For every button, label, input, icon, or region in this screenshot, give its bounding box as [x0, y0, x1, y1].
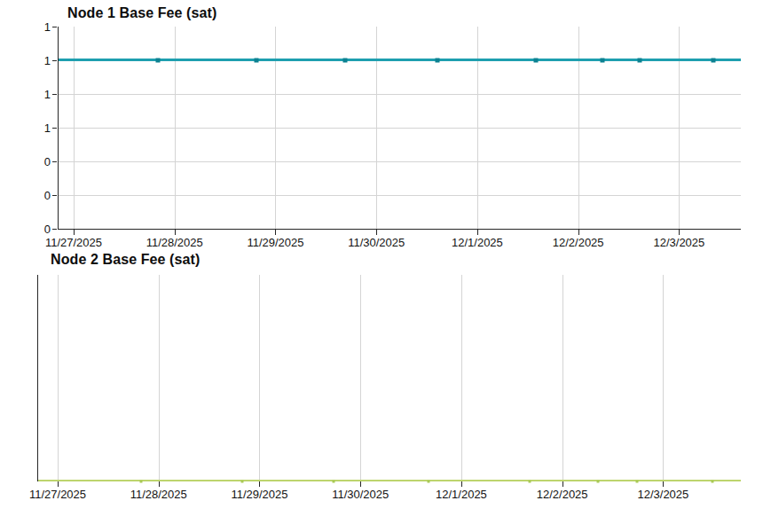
data-point-marker: [712, 480, 714, 482]
y-tick-label: 0: [44, 223, 51, 235]
y-tick-label: 0: [44, 190, 51, 201]
data-point-marker: [427, 480, 429, 482]
x-gridline: [562, 275, 563, 481]
plot-area-node-2: 11/27/202511/28/202511/29/202511/30/2025…: [37, 275, 741, 481]
x-tick-label: 12/1/2025: [452, 236, 503, 249]
x-axis-tick: [159, 481, 160, 487]
data-point-marker: [600, 58, 604, 62]
y-gridline: [59, 94, 741, 95]
x-axis-tick: [275, 230, 276, 235]
y-gridline: [59, 195, 741, 196]
x-gridline: [360, 275, 361, 481]
y-gridline: [59, 128, 741, 129]
x-axis-tick: [376, 230, 377, 235]
y-tick-label: 0: [44, 155, 51, 167]
data-point-marker: [156, 58, 161, 62]
x-gridline: [159, 275, 160, 481]
x-axis-tick: [679, 230, 680, 235]
x-tick-label: 12/2/2025: [553, 236, 604, 249]
data-point-marker: [342, 58, 347, 62]
data-point-marker: [638, 58, 642, 62]
y-tick-label: 1: [44, 122, 51, 134]
x-tick-label: 12/1/2025: [436, 488, 487, 501]
x-gridline: [259, 275, 260, 481]
x-gridline: [461, 275, 462, 481]
data-point-marker: [240, 480, 243, 482]
chart-title-node-1: Node 1 Base Fee (sat): [67, 5, 216, 21]
x-tick-label: 12/3/2025: [637, 488, 688, 501]
x-tick-label: 11/27/2025: [29, 488, 86, 501]
y-tick-label: 1: [44, 54, 51, 66]
data-point-marker: [712, 58, 716, 62]
y-tick-label: 1: [44, 21, 51, 33]
y-gridline: [59, 161, 741, 162]
x-tick-label: 11/27/2025: [45, 236, 102, 249]
x-axis-tick: [578, 230, 579, 235]
plot-area-node-1: 11/27/202511/28/202511/29/202511/30/2025…: [58, 27, 741, 230]
x-tick-label: 11/30/2025: [348, 236, 405, 249]
data-point-marker: [435, 58, 439, 62]
x-tick-label: 12/3/2025: [653, 236, 704, 249]
x-axis-tick: [259, 481, 260, 487]
x-axis-tick: [360, 481, 361, 487]
x-tick-label: 11/28/2025: [130, 488, 187, 501]
data-point-marker: [597, 480, 600, 482]
x-axis-tick: [175, 230, 176, 235]
charts-canvas: Node 1 Base Fee (sat) 11/27/202511/28/20…: [0, 0, 763, 532]
y-axis-tick: [52, 128, 57, 129]
y-axis-tick: [52, 229, 57, 230]
x-gridline: [663, 275, 664, 481]
data-point-marker: [332, 480, 334, 482]
x-axis-tick: [74, 230, 75, 235]
x-axis-tick: [461, 481, 462, 487]
y-axis-tick: [52, 94, 57, 95]
y-axis-tick: [52, 195, 57, 196]
y-axis-tick: [52, 161, 57, 162]
y-axis-tick: [52, 27, 57, 27]
x-axis-tick: [477, 230, 478, 235]
data-point-marker: [255, 58, 259, 62]
x-tick-label: 11/29/2025: [231, 488, 287, 501]
x-axis-tick: [58, 481, 59, 487]
x-tick-label: 12/2/2025: [537, 488, 588, 501]
data-point-marker: [534, 58, 539, 62]
data-point-marker: [635, 480, 638, 482]
x-tick-label: 11/28/2025: [146, 236, 203, 249]
x-tick-label: 11/30/2025: [332, 488, 389, 501]
chart-title-node-2: Node 2 Base Fee (sat): [51, 252, 200, 268]
x-axis-tick: [663, 481, 664, 487]
y-tick-label: 1: [44, 88, 51, 99]
x-tick-label: 11/29/2025: [247, 236, 303, 249]
x-gridline: [58, 275, 59, 481]
data-point-marker: [529, 480, 531, 482]
x-axis-tick: [562, 481, 563, 487]
y-axis-tick: [52, 60, 57, 61]
data-point-marker: [139, 480, 142, 482]
